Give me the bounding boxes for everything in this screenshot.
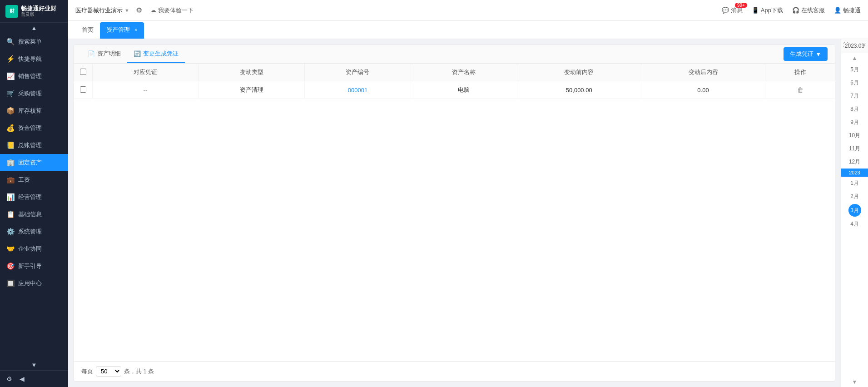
subtab-change-voucher[interactable]: 🔄 变更生成凭证 [127,45,185,63]
sidebar-item-operations[interactable]: 📊 经营管理 [0,189,68,206]
generate-voucher-button[interactable]: 生成凭证 ▼ [784,47,828,61]
th-after: 变动后内容 [641,64,765,81]
payroll-icon: 💼 [6,176,15,184]
table-container: 对应凭证 变动类型 资产编号 资产名称 变动前内容 变动后内容 操作 -- [74,64,835,361]
sidebar-label-purchase: 采购管理 [18,89,42,98]
subtab-change-voucher-label: 变更生成凭证 [143,50,179,58]
tab-home[interactable]: 首页 [75,22,100,39]
sidebar-item-sales[interactable]: 📈 销售管理 [0,68,68,85]
tab-home-label: 首页 [82,26,94,33]
sidebar-label-search: 搜索菜单 [18,38,42,46]
row-select-checkbox[interactable] [80,86,86,93]
cal-month-12[interactable]: 12月 [841,155,868,169]
sidebar-item-sysadmin[interactable]: ⚙️ 系统管理 [0,223,68,240]
assets-icon: 🏢 [6,159,15,167]
support-button[interactable]: 🎧 在线客服 [792,6,825,15]
sysadmin-icon: ⚙️ [6,228,15,236]
sidebar-label-sales: 销售管理 [18,72,42,80]
sidebar-item-assets[interactable]: 🏢 固定资产 [0,154,68,171]
sidebar-scroll-down[interactable]: ▼ [0,360,68,370]
sidebar-item-inventory[interactable]: 📦 库存核算 [0,102,68,119]
per-page-select[interactable]: 50 10 20 100 [96,366,121,377]
sidebar-item-appcenter[interactable]: 🔲 应用中心 [0,275,68,292]
row-action: 🗑 [765,81,835,99]
cal-month-3[interactable]: 3月 [848,204,861,217]
generate-voucher-label: 生成凭证 [790,50,813,58]
app-name: 畅捷通好业财 [21,5,56,12]
table-header-row: 对应凭证 变动类型 资产编号 资产名称 变动前内容 变动后内容 操作 [74,64,835,81]
sidebar-item-basicinfo[interactable]: 📋 基础信息 [0,206,68,223]
app-edition: 普及版 [21,12,56,17]
sidebar-item-guide[interactable]: 🎯 新手引导 [0,258,68,275]
collab-icon: 🤝 [6,245,15,253]
sidebar-item-payroll[interactable]: 💼 工资 [0,171,68,189]
settings-icon[interactable]: ⚙ [6,375,12,382]
appdownload-icon: 📱 [752,7,759,14]
delete-icon[interactable]: 🗑 [797,86,804,94]
support-label: 在线客服 [801,6,825,15]
subtab-detail[interactable]: 📄 资产明细 [81,45,127,63]
cal-month-8[interactable]: 8月 [841,103,868,116]
expand-icon[interactable]: ⛶ [843,42,848,48]
calendar-scroll-down[interactable]: ▼ [841,377,868,387]
content-area: 📄 资产明细 🔄 变更生成凭证 生成凭证 ▼ [68,39,868,387]
cal-month-2[interactable]: 2月 [841,190,868,203]
select-all-checkbox[interactable] [80,69,86,75]
topbar-right: 💬 消息 99+ 📱 App下载 🎧 在线客服 👤 畅捷通 [722,6,861,15]
messages-button[interactable]: 💬 消息 99+ [722,6,743,15]
settings-gear-icon[interactable]: ⚙ [136,6,142,15]
sidebar-scroll-up[interactable]: ▲ [0,23,68,33]
cal-month-11[interactable]: 11月 [841,142,868,155]
tab-assets-label: 资产管理 [106,26,130,33]
row-change-type: 资产清理 [198,81,305,99]
messages-icon: 💬 [722,7,729,14]
th-change-type: 变动类型 [198,64,305,81]
cal-month-4[interactable]: 4月 [841,218,868,231]
sidebar-nav: 🔍 搜索菜单 ⚡ 快捷导航 📈 销售管理 🛒 采购管理 📦 库存核算 💰 资金管… [0,33,68,360]
sidebar-item-funds[interactable]: 💰 资金管理 [0,119,68,137]
cal-month-7[interactable]: 7月 [841,89,868,103]
cal-year-2023[interactable]: 2023 [841,169,868,177]
cal-month-1[interactable]: 1月 [841,177,868,190]
experience-button[interactable]: ☁ 我要体验一下 [150,6,193,15]
collapse-icon[interactable]: ◀ [20,375,25,382]
row-asset-code[interactable]: 000001 [305,81,411,99]
change-voucher-icon: 🔄 [134,50,141,57]
sidebar-label-payroll: 工资 [18,176,30,184]
cal-month-5[interactable]: 5月 [841,63,868,76]
th-action: 操作 [765,64,835,81]
company-name: 医疗器械行业演示 [75,6,123,15]
sales-icon: 📈 [6,72,15,80]
user-menu[interactable]: 👤 畅捷通 [834,6,861,15]
sidebar-item-collab[interactable]: 🤝 企业协同 [0,240,68,258]
funds-icon: 💰 [6,124,15,132]
cal-month-9[interactable]: 9月 [841,116,868,129]
quicknav-icon: ⚡ [6,55,15,63]
basicinfo-icon: 📋 [6,210,15,218]
sidebar-label-sysadmin: 系统管理 [18,228,42,236]
row-after: 0.00 [641,81,765,99]
sidebar-item-search[interactable]: 🔍 搜索菜单 [0,33,68,50]
calendar-scroll-up[interactable]: ▲ [841,53,868,63]
company-selector[interactable]: 医疗器械行业演示 ▼ [75,6,129,15]
appdownload-label: App下载 [761,6,783,15]
row-checkbox[interactable] [74,81,92,99]
main-panel: 📄 资产明细 🔄 变更生成凭证 生成凭证 ▼ [74,45,835,382]
company-arrow-icon: ▼ [124,8,129,13]
appdownload-button[interactable]: 📱 App下载 [752,6,783,15]
sidebar-label-inventory: 库存核算 [18,107,42,115]
tab-assets[interactable]: 资产管理 × [100,22,144,39]
cal-month-10[interactable]: 10月 [841,129,868,142]
appcenter-icon: 🔲 [6,279,15,288]
sidebar-item-ledger[interactable]: 📒 总账管理 [0,137,68,154]
support-icon: 🎧 [792,7,799,14]
close-icon[interactable]: ✕ [862,42,866,48]
sidebar-item-quicknav[interactable]: ⚡ 快捷导航 [0,50,68,68]
th-before: 变动前内容 [517,64,641,81]
experience-label: 我要体验一下 [158,6,193,15]
tab-assets-close-icon[interactable]: × [134,27,138,33]
sidebar-item-purchase[interactable]: 🛒 采购管理 [0,85,68,102]
sidebar-label-assets: 固定资产 [18,159,42,167]
cal-month-6[interactable]: 6月 [841,76,868,89]
table-row: -- 资产清理 000001 电脑 50,000.00 0.00 🗑 [74,81,835,99]
